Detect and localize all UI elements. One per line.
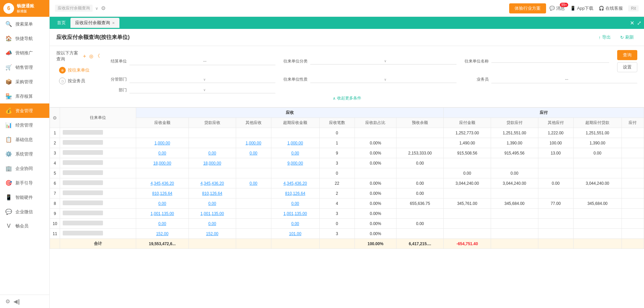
filter-salesman-dots[interactable]: ··· [565, 77, 635, 82]
row-extra [622, 128, 644, 138]
filter-category-arrow: ∨ [384, 59, 454, 63]
industry-button[interactable]: 体验行业方案 [509, 3, 546, 13]
row-ar_loan[interactable]: 18,000.00 [189, 158, 236, 168]
row-ap_other: 13.00 [538, 148, 573, 158]
filter-add-icon[interactable]: ＋ [82, 53, 87, 60]
sidebar-item-beginner[interactable]: 🎯新手引导 [0, 176, 49, 190]
sidebar-item-operations[interactable]: 📊经营管理 [0, 118, 49, 132]
sidebar-item-marketing[interactable]: 📣营销推广 [0, 46, 49, 60]
sidebar-footer: ⚙ ◀‖ [0, 295, 49, 308]
row-ar_ratio: 0.00% [355, 138, 396, 148]
scheme-salesman-symbol: ◷ [61, 79, 64, 83]
row-ar_other[interactable]: 1,000.00 [236, 138, 271, 148]
sidebar-item-member[interactable]: V畅会员 [0, 219, 49, 233]
row-ar_count: 3 [319, 158, 355, 168]
row-ar_loan[interactable]: 0.00 [189, 219, 236, 229]
filter-nature-select[interactable]: ∨ [310, 76, 456, 83]
row-ar_overdue[interactable]: 0.00 [271, 148, 319, 158]
sidebar-item-basic[interactable]: 📋基础信息 [0, 132, 49, 147]
scheme-by-salesman[interactable]: ◷ 按业务员 [56, 76, 100, 86]
row-ar_other[interactable]: 0.00 [236, 178, 271, 188]
filter-category-select[interactable]: ∨ [310, 58, 456, 64]
sidebar-item-purchase[interactable]: 📦采购管理 [0, 75, 49, 89]
export-button[interactable]: ↑ 导出 [595, 33, 614, 42]
table-gear-icon[interactable]: ⚙ [53, 115, 57, 121]
row-name [60, 138, 136, 148]
collapse-label: 收起更多条件 [337, 95, 361, 101]
tab-maximize-icon[interactable]: ⤢ [637, 20, 641, 26]
row-ar_overdue[interactable]: 0.00 [271, 199, 319, 209]
row-ar_overdue[interactable]: 0.00 [271, 219, 319, 229]
filter-settlement-dots[interactable]: ··· [203, 59, 273, 63]
row-ar_ratio: 0.00% [355, 229, 396, 239]
row-ar_amount[interactable]: 0.00 [136, 199, 189, 209]
gear-icon[interactable]: ⚙ [5, 298, 10, 305]
row-ar_overdue[interactable]: 4,345,436.20 [271, 178, 319, 188]
filter-division-select[interactable]: ∨ [129, 87, 275, 93]
filter-row-settlement: 结算单位 ··· [100, 50, 275, 72]
row-ar_overdue[interactable]: 1,001,135.00 [271, 209, 319, 219]
filter-settlement-input[interactable]: ··· [129, 57, 275, 65]
filter-left: 按以下方案查询 ＋ ◎ 《 ⊕ 按往来单位 [56, 50, 100, 86]
app-download-item[interactable]: 📱 App下载 [570, 5, 593, 11]
sidebar-item-corp-wx[interactable]: 💬企业微信 [0, 205, 49, 219]
user-name[interactable]: Rit [628, 5, 639, 11]
query-button[interactable]: 查询 [617, 50, 637, 60]
tab-home[interactable]: 首页 [52, 18, 70, 28]
col-counterparty-header: 往来单位 [60, 108, 136, 128]
row-ar_amount[interactable]: 1,001,135.00 [136, 209, 189, 219]
tab-ar-ap-query[interactable]: 应收应付余额查询 ✕ [70, 18, 119, 28]
refresh-button[interactable]: ↻ 刷新 [617, 33, 637, 42]
filter-collapse-icon[interactable]: 《 [95, 53, 100, 59]
scheme-by-counterparty[interactable]: ⊕ 按往来单位 [56, 65, 100, 76]
row-ar_loan[interactable]: 4,345,436.20 [189, 178, 236, 188]
row-ar_loan[interactable]: 152.00 [189, 229, 236, 239]
row-ar_overdue[interactable]: 9,000.00 [271, 158, 319, 168]
row-ar_amount[interactable]: 1,000.00 [136, 138, 189, 148]
row-ar_amount[interactable]: 0.00 [136, 219, 189, 229]
system-label: 系统管理 [15, 151, 33, 157]
row-ar_loan[interactable]: 0.00 [189, 199, 236, 209]
row-ar_overdue[interactable]: 810,126.64 [271, 188, 319, 199]
row-ar_other [236, 128, 271, 138]
row-ar_overdue[interactable]: 1,000.00 [271, 138, 319, 148]
row-ar_loan[interactable]: 1,001,135.00 [189, 209, 236, 219]
row-ar_amount[interactable]: 18,000.00 [136, 158, 189, 168]
page-actions: ↑ 导出 ↻ 刷新 [595, 33, 638, 42]
sidebar-item-system[interactable]: ⚙️系统管理 [0, 147, 49, 161]
row-extra [622, 188, 644, 199]
filter-target-icon[interactable]: ◎ [89, 53, 93, 59]
col-ap-amount: 应付金额 [444, 118, 491, 128]
row-ap_amount: 1,252,773.00 [444, 128, 491, 138]
sidebar-item-quick-nav[interactable]: 🏠快捷导航 [0, 31, 49, 46]
row-ar_amount[interactable]: 4,345,436.20 [136, 178, 189, 188]
row-ap_other: 100.00 [538, 138, 573, 148]
header-gear-icon[interactable]: ⚙ [101, 5, 106, 11]
sidebar-item-inventory[interactable]: 🏪库存核算 [0, 89, 49, 103]
collapse-icon[interactable]: ◀‖ [13, 298, 20, 305]
settings-button[interactable]: 设置 [617, 62, 637, 72]
sidebar-item-sales[interactable]: 🛒销售管理 [0, 60, 49, 75]
filter-salesman-input[interactable]: ··· [491, 76, 637, 83]
row-ar_other[interactable]: 0.00 [236, 148, 271, 158]
tab-close-window-icon[interactable]: ✕ [630, 20, 634, 26]
collapse-more-button[interactable]: ∧ 收起更多条件 [56, 93, 637, 103]
app-icon: 📱 [570, 6, 576, 11]
filter-name-input[interactable] [491, 60, 609, 63]
notification-item[interactable]: 💬 消息 99+ [549, 5, 565, 11]
sidebar-item-smart-hw[interactable]: 📱智能硬件 [0, 190, 49, 205]
row-ar_loan[interactable]: 810,126.64 [189, 188, 236, 199]
col-settings-header[interactable]: ⚙ [50, 108, 60, 128]
filter-dept-select[interactable]: ∨ [129, 76, 275, 83]
sidebar-item-enterprise[interactable]: 🏢企业协同 [0, 161, 49, 176]
sidebar-item-finance[interactable]: 💰资金管理 [0, 103, 49, 118]
row-ar_overdue[interactable]: 101.00 [271, 229, 319, 239]
row-ar_amount[interactable]: 0.00 [136, 148, 189, 158]
tab-close-icon[interactable]: ✕ [112, 21, 115, 25]
data-table: ⚙ 往来单位 应收 应付 应收金额 贷款应收 其他应收 超期应收金额 应收笔数 [50, 107, 644, 249]
row-ar_amount[interactable]: 152.00 [136, 229, 189, 239]
row-ar_amount[interactable]: 810,126.64 [136, 188, 189, 199]
row-ar_loan[interactable]: 0.00 [189, 148, 236, 158]
sidebar-item-search-menu[interactable]: 🔍搜索菜单 [0, 17, 49, 31]
online-service-item[interactable]: 🎧 在线客服 [599, 5, 623, 11]
